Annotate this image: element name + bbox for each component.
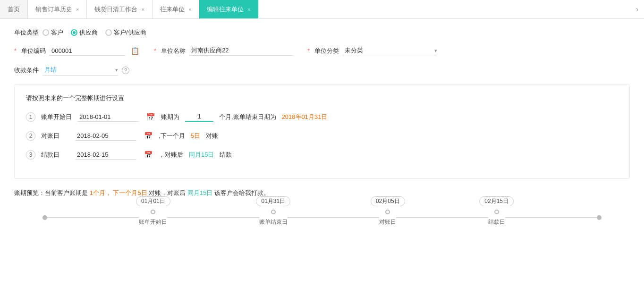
tab-partner-label: 往来单位 [160,5,185,14]
preview-part3: 对账，对账后 [149,189,186,196]
unit-category-value: 未分类 [343,45,434,56]
period-middle-label: 账期为 [161,113,179,121]
preview-suffix: 该客户会给我打款。 [214,189,270,196]
unit-category-select[interactable]: 未分类 ▾ [343,45,437,56]
radio-both-label: 客户/供应商 [114,28,146,37]
tab-more-button[interactable]: › [630,5,644,14]
unit-type-label: 单位类型 [14,28,39,37]
radio-customer-label: 客户 [51,28,63,37]
tab-partner-close[interactable]: × [188,7,191,12]
radio-both-circle [105,29,112,36]
tab-cash-label: 钱货日清工作台 [94,5,137,14]
unit-type-group: 单位类型 客户 供应商 客户/供应商 [14,28,146,37]
period-num-3: 3 [26,150,35,160]
period-payment-calendar[interactable]: 📅 [144,151,153,159]
timeline-seg-4 [396,217,488,218]
unit-code-label: 单位编码 [21,47,46,55]
timeline-seg-5 [505,217,597,218]
period-row-3: 3 结款日 📅 ，对账后 同月15日 结款 [26,150,618,160]
unit-code-required: * [14,47,17,54]
period-suffix-1: 个月,账单结束日期为 [219,113,276,121]
unit-category-arrow: ▾ [434,48,437,54]
timeline-dot-4 [494,210,499,214]
tab-edit-close[interactable]: × [247,7,250,12]
timeline-seg-3 [288,217,379,218]
unit-cat-required: * [307,47,310,54]
period-months-input[interactable] [185,112,213,122]
timeline-sub-1: 账单开始日 [139,218,167,226]
period-start-calendar[interactable]: 📅 [146,113,155,121]
radio-group: 客户 供应商 客户/供应商 [42,28,146,37]
period-payment-input[interactable] [75,150,136,160]
timeline-seg-1 [47,217,139,218]
preview-prefix: 账期预览：当前客户账期是 [14,189,88,196]
period-recon-label: 对账日 [41,132,69,140]
unit-name-required: * [154,47,156,54]
unit-code-group: * 单位编码 📋 [14,46,140,56]
tab-sales-history[interactable]: 销售订单历史 × [28,0,87,18]
period-settings-box: 请按照未来的一个完整帐期进行设置 1 账单开始日 📅 账期为 个月,账单结束日期… [14,84,630,179]
period-start-label: 账单开始日 [41,113,72,121]
payment-terms-select[interactable]: 月结 ▾ [42,65,118,76]
preview-part4: 同月15日 [187,189,212,196]
timeline: 01月01日 账单开始日 01月31日 账单结束日 02月05日 对账日 02月… [42,210,602,226]
tab-edit-partner[interactable]: 编辑往来单位 × [199,0,258,18]
period-num-1: 1 [26,112,35,122]
period-recon-calendar[interactable]: 📅 [144,132,153,140]
preview-part2: 下一个月5日 [113,189,147,196]
timeline-dot-1 [151,210,155,214]
timeline-sub-4: 结款日 [488,218,505,226]
tab-home[interactable]: 首页 [0,0,28,18]
timeline-tag-4: 02月15日 [479,196,514,206]
timeline-tag-3: 02月05日 [371,196,405,206]
timeline-dot-2 [271,210,276,214]
preview-text: 账期预览：当前客户账期是 1个月， 下一个月5日 对账，对账后 同月15日 该客… [14,188,630,198]
period-recon-suffix: 对账 [206,132,218,140]
payment-terms-label: 收款条件 [14,66,39,75]
tab-home-label: 首页 [8,5,20,14]
tab-sales-label: 销售订单历史 [35,5,72,14]
timeline-node-4: 02月15日 结款日 [488,210,505,226]
unit-code-input[interactable] [50,46,125,56]
timeline-tag-1: 01月01日 [136,196,170,206]
unit-category-group: * 单位分类 未分类 ▾ [307,45,437,56]
period-payment-prefix: ，对账后 [159,151,183,159]
payment-terms-value: 月结 [42,65,115,75]
unit-code-icon[interactable]: 📋 [131,47,140,55]
help-icon[interactable]: ? [122,67,129,74]
period-recon-input[interactable] [75,131,136,141]
period-start-input[interactable] [77,112,139,122]
radio-customer-circle [42,29,49,36]
period-recon-prefix: ,下一个月 [159,132,185,140]
timeline-sub-3: 对账日 [379,218,396,226]
period-row-1: 1 账单开始日 📅 账期为 个月,账单结束日期为 2018年01月31日 [26,112,618,122]
timeline-node-2: 01月31日 账单结束日 [259,210,288,226]
unit-name-input[interactable] [189,46,293,56]
timeline-seg-2 [167,217,259,218]
radio-supplier[interactable]: 供应商 [71,28,98,37]
tab-sales-close[interactable]: × [76,7,79,12]
main-content: 单位类型 客户 供应商 客户/供应商 * 单位编码 [0,19,644,287]
period-num-2: 2 [26,131,35,141]
period-payment-label: 结款日 [41,151,69,159]
tab-cash-close[interactable]: × [141,7,144,12]
radio-both[interactable]: 客户/供应商 [105,28,146,37]
payment-terms-row: 收款条件 月结 ▾ ? [14,65,630,76]
period-payment-day: 同月15日 [189,151,214,159]
radio-customer[interactable]: 客户 [42,28,63,37]
timeline-sub-2: 账单结束日 [259,218,288,226]
payment-terms-group: 收款条件 月结 ▾ ? [14,65,129,76]
tab-cash-work[interactable]: 钱货日清工作台 × [87,0,152,18]
unit-category-label: 单位分类 [314,47,339,55]
tab-partner-unit[interactable]: 往来单位 × [153,0,199,18]
radio-supplier-label: 供应商 [79,28,98,37]
timeline-node-3: 02月05日 对账日 [379,210,396,226]
payment-terms-arrow: ▾ [115,67,118,73]
timeline-end-dot [597,215,602,220]
period-settings-title: 请按照未来的一个完整帐期进行设置 [26,94,618,102]
timeline-dot-3 [385,210,390,214]
tab-edit-label: 编辑往来单位 [207,5,244,14]
timeline-node-1: 01月01日 账单开始日 [139,210,167,226]
timeline-start-dot [42,215,47,220]
unit-info-row: * 单位编码 📋 * 单位名称 * 单位分类 未分类 ▾ [14,45,630,56]
